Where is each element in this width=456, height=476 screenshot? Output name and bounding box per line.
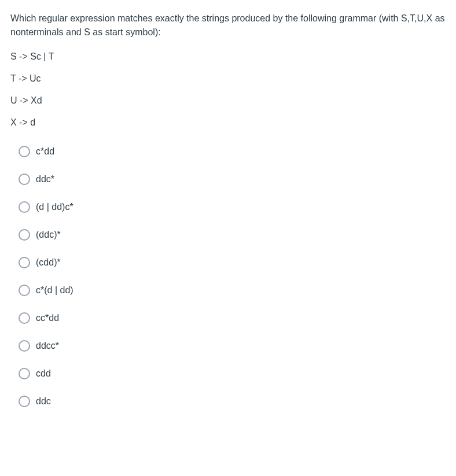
option-row[interactable]: ddc [19,396,446,407]
option-label: cc*dd [36,312,59,323]
option-row[interactable]: c*dd [19,146,446,157]
radio-button[interactable] [19,174,30,185]
option-label: (ddc)* [36,229,61,240]
option-row[interactable]: cc*dd [19,312,446,324]
option-row[interactable]: (ddc)* [19,229,446,241]
radio-button[interactable] [19,396,30,407]
radio-button[interactable] [19,201,30,213]
option-label: ddc* [36,174,54,185]
option-label: ddcc* [36,340,59,351]
radio-button[interactable] [19,312,30,324]
radio-button[interactable] [19,285,30,296]
grammar-rule: X -> d [10,116,446,130]
option-label: (d | dd)c* [36,201,73,212]
grammar-rule: S -> Sc | T [10,50,446,64]
option-row[interactable]: ddcc* [19,340,446,352]
option-label: c*(d | dd) [36,285,73,296]
option-label: (cdd)* [36,257,61,268]
option-row[interactable]: c*(d | dd) [19,285,446,296]
radio-button[interactable] [19,257,30,268]
radio-button[interactable] [19,146,30,157]
options-list: c*dd ddc* (d | dd)c* (ddc)* (cdd)* c*(d … [10,146,446,407]
option-label: ddc [36,396,51,407]
grammar-rules: S -> Sc | T T -> Uc U -> Xd X -> d [10,50,446,130]
radio-button[interactable] [19,340,30,352]
radio-button[interactable] [19,368,30,379]
grammar-rule: T -> Uc [10,72,446,86]
option-label: c*dd [36,146,54,157]
option-row[interactable]: ddc* [19,174,446,185]
option-row[interactable]: (cdd)* [19,257,446,268]
radio-button[interactable] [19,229,30,241]
question-prompt: Which regular expression matches exactly… [10,12,446,39]
grammar-rule: U -> Xd [10,94,446,108]
option-row[interactable]: (d | dd)c* [19,201,446,213]
option-label: cdd [36,368,51,379]
option-row[interactable]: cdd [19,368,446,379]
